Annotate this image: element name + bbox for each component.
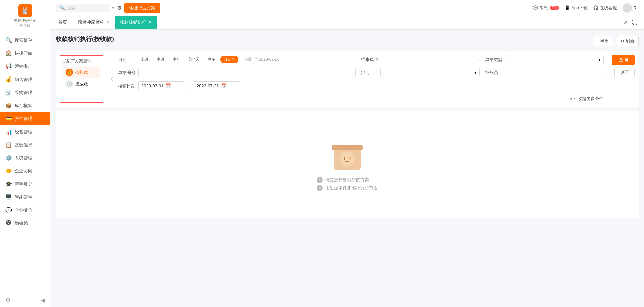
verify-date-end[interactable]: 2023-07-21 📅 bbox=[194, 81, 240, 90]
doc-no-label: 单据编号 bbox=[118, 70, 136, 76]
app-download-btn[interactable]: 📱 App下载 bbox=[565, 5, 588, 11]
result-area: 1 请先选择要分析的方案 2 用过滤条件来缩小分析范围 bbox=[56, 111, 639, 218]
tab-prepay-close[interactable]: ✕ bbox=[106, 20, 109, 25]
sidebar-item-member[interactable]: 🅥畅会员 bbox=[0, 217, 50, 229]
customer-service-btn[interactable]: 🎧 在线客服 bbox=[593, 5, 617, 11]
btn-custom[interactable]: 自定义 bbox=[220, 56, 238, 63]
receivable-label: 按应收 bbox=[75, 81, 88, 87]
page-content: 收款核销执行(按收款) ↑ 导出 ↻ 刷新 按以下方案查询 💰 按收款 bbox=[50, 30, 644, 307]
logo-area: 🐰 畅捷通好生意 标准版 bbox=[0, 0, 50, 32]
verify-date-start[interactable]: 2023-03-01 📅 bbox=[138, 81, 185, 90]
date-to: 至 2023-07-26 bbox=[254, 57, 280, 62]
enterprise-icon: 🤝 bbox=[5, 168, 12, 174]
sidebar-item-system[interactable]: ⚙️系统管理 bbox=[0, 151, 50, 164]
refresh-btn[interactable]: ↻ 刷新 bbox=[616, 36, 639, 46]
tab-collection-label: 收款核销执行 bbox=[120, 19, 146, 25]
date-range: 2023-03-01 📅 — 2023-07-21 📅 bbox=[138, 81, 358, 90]
doc-no-input[interactable] bbox=[138, 68, 356, 77]
btn-more[interactable]: 更多 bbox=[204, 56, 218, 63]
logo-icon: 🐰 bbox=[18, 4, 32, 17]
btn-this-month[interactable]: 本月 bbox=[154, 56, 168, 63]
message-btn[interactable]: 💬 消息 99+ bbox=[533, 5, 559, 11]
tab-home-label: 首页 bbox=[58, 19, 67, 25]
settings-form-btn[interactable]: 设置 bbox=[614, 68, 635, 78]
collapse-more-label: 收起更多条件 bbox=[578, 96, 604, 102]
doc-type-select[interactable]: ▾ bbox=[505, 55, 604, 64]
tab-prepay[interactable]: 预付冲应付单 ✕ bbox=[72, 16, 115, 29]
form-row-3: 核销日期 2023-03-01 📅 — 2023-07-21 📅 bbox=[118, 81, 604, 90]
refresh-label: 刷新 bbox=[626, 38, 634, 44]
top-header: 🔍 搜索 ▾ ⚙ 体验行业方案 💬 消息 99+ 📱 App下载 🎧 在线客服 bbox=[50, 0, 644, 16]
tab-close-btn[interactable]: ✕ bbox=[622, 18, 629, 27]
search-form: 日期 上月 本月 本年 近7天 更多 自定义 不限 至 2023-07-26 bbox=[118, 55, 604, 103]
dropdown-icon[interactable]: ▾ bbox=[112, 5, 114, 10]
btn-last-7[interactable]: 近7天 bbox=[186, 56, 202, 63]
sidebar-item-operation[interactable]: 📊经营管理 bbox=[0, 125, 50, 138]
collapse-more-btn[interactable]: ∧∧ 收起更多条件 bbox=[570, 96, 604, 102]
hint1-num: 1 bbox=[317, 177, 323, 183]
verify-date-label: 核销日期 bbox=[118, 83, 136, 89]
sidebar-item-enterprise[interactable]: 🤝企业协同 bbox=[0, 164, 50, 177]
filter-container: 按以下方案查询 💰 按收款 🕐 按应收 《 日期 bbox=[56, 51, 639, 107]
date-no-limit: 不限 bbox=[243, 57, 251, 62]
solution-btn[interactable]: 体验行业方案 bbox=[124, 3, 160, 13]
user-avatar bbox=[623, 3, 632, 13]
salesperson-ellipsis[interactable]: ··· bbox=[597, 70, 604, 76]
empty-hint-2: 2 用过滤条件来缩小分析范围 bbox=[317, 185, 378, 191]
page-title: 收款核销执行(按收款) bbox=[56, 35, 114, 43]
doc-type-label: 单据类型 bbox=[485, 57, 502, 63]
form-row-2: 单据编号 部门 ▾ 业务员 ··· bbox=[118, 68, 604, 77]
sidebar-item-marketing[interactable]: 📢营销推广 bbox=[0, 60, 50, 73]
date-separator: — bbox=[187, 83, 192, 88]
sidebar-item-sales[interactable]: 💰销售管理 bbox=[0, 73, 50, 86]
filter-option-receipt[interactable]: 💰 按收款 bbox=[63, 67, 100, 78]
export-btn[interactable]: ↑ 导出 bbox=[593, 36, 614, 46]
btn-last-month[interactable]: 上月 bbox=[138, 56, 152, 63]
verify-date-field: 核销日期 2023-03-01 📅 — 2023-07-21 📅 bbox=[118, 81, 358, 90]
marketing-label: 营销推广 bbox=[15, 63, 32, 69]
sidebar-item-hardware[interactable]: 🖥️智能硬件 bbox=[0, 191, 50, 204]
sidebar-item-inventory[interactable]: 📦库存核算 bbox=[0, 99, 50, 112]
sidebar-item-purchase[interactable]: 🛒采购管理 bbox=[0, 86, 50, 99]
filter-collapse-btn[interactable]: 《 bbox=[107, 55, 114, 103]
header-search-bar[interactable]: 🔍 搜索 bbox=[56, 4, 109, 12]
service-icon: 🎧 bbox=[593, 5, 598, 10]
receivable-icon: 🕐 bbox=[66, 80, 73, 88]
member-icon: 🅥 bbox=[5, 220, 12, 226]
settings-icon[interactable]: ⚙ bbox=[5, 296, 11, 304]
dept-field: 部门 ▾ bbox=[361, 68, 480, 77]
filter-option-receivable[interactable]: 🕐 按应收 bbox=[63, 78, 100, 90]
sidebar-item-quick-nav[interactable]: 🏠快捷导航 bbox=[0, 47, 50, 60]
sidebar-item-wechat[interactable]: 💬企业微信 bbox=[0, 204, 50, 217]
inventory-icon: 📦 bbox=[5, 102, 12, 109]
settings-header-icon[interactable]: ⚙ bbox=[117, 5, 122, 11]
empty-hint-1: 1 请先选择要分析的方案 bbox=[317, 177, 378, 183]
btn-this-year[interactable]: 本年 bbox=[170, 56, 184, 63]
svg-point-2 bbox=[340, 151, 355, 166]
user-area[interactable]: Rit bbox=[623, 3, 639, 13]
tab-prepay-label: 预付冲应付单 bbox=[78, 19, 104, 25]
sidebar-item-search-menu[interactable]: 🔍搜索菜单 bbox=[0, 34, 50, 47]
sidebar-item-finance[interactable]: 💳资金管理 bbox=[0, 112, 50, 125]
collapse-sidebar-icon[interactable]: ◀ bbox=[41, 297, 45, 303]
hint1-text: 请先选择要分析的方案 bbox=[325, 177, 369, 183]
partner-ellipsis[interactable]: ··· bbox=[473, 57, 480, 63]
tab-expand-btn[interactable]: ⛶ bbox=[631, 18, 639, 27]
dept-select[interactable]: ▾ bbox=[380, 68, 480, 77]
date-field: 日期 上月 本月 本年 近7天 更多 自定义 不限 至 2023-07-26 bbox=[118, 56, 356, 63]
hint2-text: 用过滤条件来缩小分析范围 bbox=[325, 185, 378, 191]
query-btn[interactable]: 查询 bbox=[612, 55, 635, 65]
tab-home[interactable]: 首页 bbox=[53, 16, 72, 29]
tab-collection-close[interactable]: ✕ bbox=[148, 20, 152, 25]
quick-nav-label: 快捷导航 bbox=[15, 50, 32, 56]
sales-label: 销售管理 bbox=[15, 76, 32, 83]
sidebar-item-guide[interactable]: 🎓新手引导 bbox=[0, 177, 50, 191]
sidebar-item-basic-info[interactable]: 📋基础信息 bbox=[0, 138, 50, 151]
tab-collection[interactable]: 收款核销执行 ✕ bbox=[115, 16, 157, 29]
search-menu-icon: 🔍 bbox=[5, 37, 12, 43]
calendar-start-icon: 📅 bbox=[166, 83, 171, 88]
wechat-label: 企业微信 bbox=[15, 207, 32, 213]
finance-label: 资金管理 bbox=[15, 116, 32, 122]
partner-field: 往来单位 ··· bbox=[361, 57, 480, 63]
operation-icon: 📊 bbox=[5, 129, 12, 135]
